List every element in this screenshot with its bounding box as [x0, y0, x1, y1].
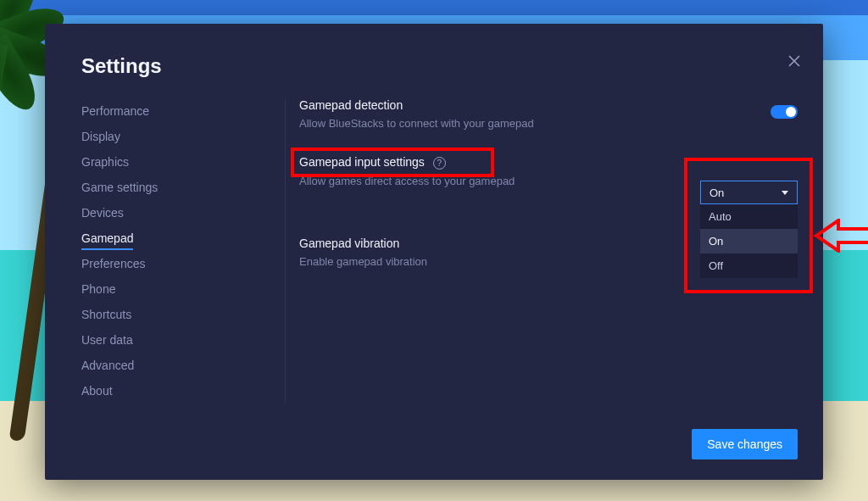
section-title-text: Gamepad input settings: [299, 155, 425, 169]
section-title: Gamepad detection: [299, 98, 798, 112]
section-subtitle: Enable gamepad vibration: [299, 255, 798, 268]
sidebar-item-shortcuts[interactable]: Shortcuts: [81, 302, 259, 327]
sidebar-item-advanced[interactable]: Advanced: [81, 353, 259, 378]
sidebar-item-label: Graphics: [81, 155, 129, 169]
sidebar-item-about[interactable]: About: [81, 378, 259, 404]
section-gamepad-vibration: Gamepad vibration Enable gamepad vibrati…: [299, 237, 798, 268]
sidebar-item-devices[interactable]: Devices: [81, 200, 259, 225]
vertical-divider: [285, 98, 286, 404]
arrow-left-icon: [813, 219, 868, 253]
sidebar-item-label: Game settings: [81, 181, 158, 194]
sidebar-item-game-settings[interactable]: Game settings: [81, 175, 259, 200]
sidebar-item-label: Devices: [81, 206, 124, 220]
sidebar-item-label: About: [81, 384, 113, 398]
sidebar-item-preferences[interactable]: Preferences: [81, 251, 259, 276]
option-label: Auto: [709, 210, 732, 223]
settings-modal: Settings Performance Display Graphics Ga…: [45, 24, 823, 480]
close-icon: [788, 55, 800, 67]
caret-down-icon: [782, 191, 788, 195]
sidebar-item-display[interactable]: Display: [81, 124, 259, 149]
section-title: Gamepad vibration: [299, 237, 798, 250]
sidebar-item-phone[interactable]: Phone: [81, 276, 259, 302]
sidebar-item-label: Display: [81, 130, 120, 143]
section-title: Gamepad input settings ?: [299, 155, 798, 170]
sidebar-item-label: Advanced: [81, 359, 134, 372]
help-circle-icon[interactable]: ?: [433, 157, 446, 170]
gamepad-detection-toggle[interactable]: [771, 105, 798, 119]
section-subtitle: Allow BlueStacks to connect with your ga…: [299, 117, 798, 130]
settings-content: Gamepad detection Allow BlueStacks to co…: [299, 98, 798, 293]
sidebar-item-label: User data: [81, 333, 133, 347]
section-gamepad-input: Gamepad input settings ? Allow games dir…: [299, 155, 798, 187]
sidebar-item-user-data[interactable]: User data: [81, 327, 259, 353]
sidebar-item-label: Preferences: [81, 257, 145, 270]
close-button[interactable]: [784, 51, 804, 71]
sidebar-item-label: Phone: [81, 282, 115, 296]
sidebar-item-graphics[interactable]: Graphics: [81, 149, 259, 175]
sidebar-item-label: Performance: [81, 104, 149, 118]
dropdown-button[interactable]: On: [700, 181, 798, 204]
sidebar-item-label: Gamepad: [81, 231, 133, 250]
page-title: Settings: [81, 54, 162, 78]
save-changes-button[interactable]: Save changes: [692, 429, 798, 459]
sidebar-item-label: Shortcuts: [81, 308, 131, 321]
dropdown-value: On: [709, 186, 724, 199]
sidebar-item-gamepad[interactable]: Gamepad: [81, 225, 259, 251]
section-gamepad-detection: Gamepad detection Allow BlueStacks to co…: [299, 98, 798, 130]
settings-sidebar: Performance Display Graphics Game settin…: [81, 98, 259, 404]
dropdown-option-auto[interactable]: Auto: [700, 204, 798, 229]
sidebar-item-performance[interactable]: Performance: [81, 98, 259, 124]
